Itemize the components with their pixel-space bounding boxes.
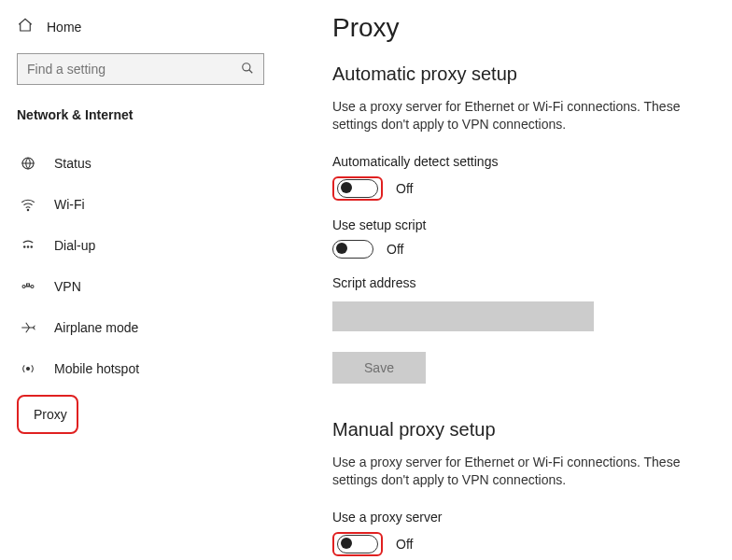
sidebar-item-label: Status bbox=[54, 156, 92, 171]
svg-rect-11 bbox=[27, 284, 30, 286]
svg-point-9 bbox=[31, 286, 34, 288]
svg-point-6 bbox=[27, 246, 29, 248]
wifi-icon bbox=[19, 196, 37, 213]
category-heading: Network & Internet bbox=[17, 107, 295, 122]
auto-section-desc: Use a proxy server for Ethernet or Wi-Fi… bbox=[332, 98, 713, 133]
airplane-icon bbox=[19, 319, 37, 336]
use-proxy-state: Off bbox=[396, 537, 413, 552]
sidebar-item-vpn[interactable]: VPN bbox=[17, 266, 295, 307]
svg-line-1 bbox=[249, 69, 253, 73]
svg-point-12 bbox=[27, 368, 30, 371]
sidebar-item-proxy[interactable]: Proxy bbox=[17, 395, 78, 434]
hotspot-icon bbox=[19, 360, 37, 377]
sidebar-item-label: Dial-up bbox=[54, 238, 95, 253]
sidebar-item-airplane[interactable]: Airplane mode bbox=[17, 307, 295, 348]
sidebar-item-status[interactable]: Status bbox=[17, 143, 295, 184]
use-proxy-toggle[interactable] bbox=[337, 535, 378, 553]
svg-point-0 bbox=[243, 63, 250, 70]
sidebar-item-label: Mobile hotspot bbox=[54, 361, 139, 376]
sidebar-item-wifi[interactable]: Wi-Fi bbox=[17, 184, 295, 225]
status-icon bbox=[19, 155, 37, 172]
highlight-use-proxy bbox=[332, 532, 383, 556]
manual-section-desc: Use a proxy server for Ethernet or Wi-Fi… bbox=[332, 454, 713, 489]
auto-detect-toggle[interactable] bbox=[337, 179, 378, 198]
dialup-icon bbox=[19, 237, 37, 254]
auto-detect-label: Automatically detect settings bbox=[332, 154, 713, 169]
sidebar-item-label: Proxy bbox=[34, 407, 67, 422]
home-icon bbox=[17, 17, 34, 36]
sidebar-item-label: Wi-Fi bbox=[54, 197, 85, 212]
auto-section-heading: Automatic proxy setup bbox=[332, 63, 713, 85]
sidebar-item-hotspot[interactable]: Mobile hotspot bbox=[17, 348, 295, 389]
sidebar-item-dialup[interactable]: Dial-up bbox=[17, 225, 295, 266]
home-label: Home bbox=[47, 20, 81, 35]
home-nav[interactable]: Home bbox=[17, 17, 295, 36]
setup-script-label: Use setup script bbox=[332, 217, 713, 232]
setup-script-state: Off bbox=[387, 242, 403, 257]
setup-script-toggle[interactable] bbox=[332, 240, 373, 259]
search-icon bbox=[241, 62, 254, 77]
svg-point-5 bbox=[24, 246, 26, 248]
search-box[interactable] bbox=[17, 53, 264, 85]
svg-point-4 bbox=[27, 209, 29, 211]
auto-detect-state: Off bbox=[396, 181, 413, 196]
search-input[interactable] bbox=[27, 62, 241, 77]
manual-section-heading: Manual proxy setup bbox=[332, 419, 713, 441]
page-title: Proxy bbox=[332, 13, 713, 43]
sidebar-item-label: Airplane mode bbox=[54, 320, 138, 335]
svg-point-8 bbox=[22, 286, 25, 288]
use-proxy-label: Use a proxy server bbox=[332, 510, 713, 525]
script-address-input[interactable] bbox=[332, 301, 594, 331]
settings-main: Proxy Automatic proxy setup Use a proxy … bbox=[295, 0, 732, 560]
sidebar-item-label: VPN bbox=[54, 279, 81, 294]
vpn-icon bbox=[19, 278, 37, 295]
svg-point-7 bbox=[31, 246, 33, 248]
highlight-auto-detect bbox=[332, 176, 383, 201]
save-button[interactable]: Save bbox=[332, 352, 426, 384]
script-address-label: Script address bbox=[332, 275, 713, 290]
settings-sidebar: Home Network & Internet Status Wi-Fi Dia… bbox=[0, 0, 295, 560]
